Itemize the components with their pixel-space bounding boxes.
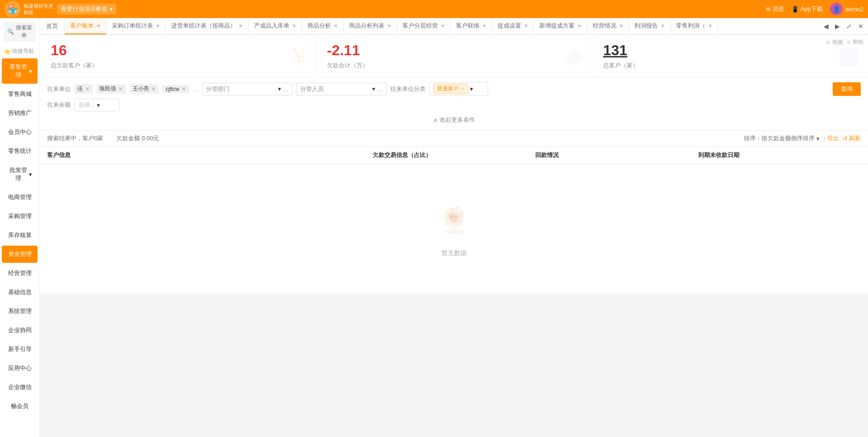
message-button[interactable]: ✉ 消息 (766, 5, 784, 13)
tab-expand-button[interactable]: ⤢ (844, 21, 854, 32)
company-selector[interactable]: 母婴行业演示帐套 ▾ (57, 4, 116, 14)
sort-selector[interactable]: 排序：按欠款金额倒序排序 ▾ (744, 134, 820, 142)
coin-bg-icon: ¥ (292, 40, 307, 71)
classification-select[interactable]: 普通客户 ✕ ▾ (429, 82, 488, 96)
export-button[interactable]: ↑ 导出 (823, 134, 839, 142)
collapse-button[interactable]: ∧ 收起更多条件 (433, 114, 475, 126)
tab-business-status[interactable]: 经营情况 ✕ (587, 18, 629, 34)
tab-customer-contact[interactable]: 客户联络 ✕ (451, 18, 492, 34)
close-icon[interactable]: ✕ (661, 23, 665, 29)
tab-purchase-stats[interactable]: 采购订单统计表 ✕ (106, 18, 166, 34)
sidebar-item-retail-stats[interactable]: 零售统计 (2, 142, 38, 160)
filter-bar: 往来单位 伍 ✕ 陈民强 ✕ 王小亮 ✕ (40, 77, 868, 131)
chevron-down-icon: ▾ (110, 6, 113, 13)
tab-nav-buttons: ◀ ▶ ⤢ ✕ (819, 21, 868, 32)
tab-close-all-button[interactable]: ✕ (855, 21, 866, 32)
sidebar-item-inventory[interactable]: 库存核算 (2, 227, 38, 244)
col-customer-info: 客户信息 (47, 151, 373, 159)
tab-prev-button[interactable]: ◀ (821, 21, 831, 32)
sidebar-item-base-info[interactable]: 基础信息 (2, 284, 38, 301)
tab-prompt-settings[interactable]: 提成设置 ✕ (492, 18, 534, 34)
tab-home[interactable]: 首页 (40, 19, 65, 34)
close-icon[interactable]: ✕ (524, 23, 528, 29)
top-bar: 🏪 畅捷通好生意 标版 母婴行业演示帐套 ▾ ✉ 消息 📱 App下载 👤 de… (0, 0, 868, 18)
sidebar-item-retail-mgmt[interactable]: 零售管理 ▾ (2, 58, 38, 84)
close-icon[interactable]: ✕ (156, 23, 160, 29)
sidebar-item-retail-mall[interactable]: 零售商城 (2, 86, 38, 103)
dept-select[interactable]: 分管部门 ▾ ... (202, 83, 293, 95)
sidebar-item-capital-mgmt[interactable]: 资金管理 (2, 246, 38, 263)
filter-tag-wang: 王小亮 ✕ (129, 84, 159, 94)
remove-classification[interactable]: ✕ (460, 86, 465, 92)
total-customers-value: 131 (603, 42, 857, 59)
sidebar-item-app-center[interactable]: 应用中心 (2, 360, 38, 377)
filter-tag-wu: 伍 ✕ (74, 84, 93, 94)
sidebar-item-vip-member[interactable]: 畅会员 (2, 398, 38, 415)
arrears-customers-value: 16 (51, 42, 305, 59)
remove-tag-chen[interactable]: ✕ (118, 86, 123, 92)
sidebar-search-area: 🔍 搜索菜单 (0, 18, 39, 45)
sidebar: 🔍 搜索菜单 ⭐ 快捷导航 零售管理 ▾ 零售商城 营销推广 会员中心 零售统计… (0, 18, 40, 437)
sidebar-item-new-guide[interactable]: 新手引导 (2, 341, 38, 358)
tab-profit-report[interactable]: 利润报告 ✕ (629, 18, 671, 34)
close-icon[interactable]: ✕ (619, 23, 623, 29)
sidebar-item-batch-mgmt[interactable]: 批发管理 ▾ (2, 162, 38, 187)
close-icon[interactable]: ✕ (292, 23, 296, 29)
tab-bar: 首页 客户账本 ✕ 采购订单统计表 ✕ 进货单统计表（按商品） ✕ 产成品入库单… (40, 18, 868, 35)
close-icon[interactable]: ✕ (239, 23, 243, 29)
tab-next-button[interactable]: ▶ (832, 21, 843, 32)
tab-inbound-stats[interactable]: 进货单统计表（按商品） ✕ (166, 18, 249, 34)
logo-text: 畅捷通好生意 标版 (24, 3, 53, 16)
quick-nav-button[interactable]: ⭐ 快捷导航 (0, 45, 39, 57)
total-customers-label: 总客户（家） (603, 62, 857, 70)
dept-more-icon: ... (283, 86, 288, 93)
person-more-icon: ... (377, 86, 383, 93)
close-icon[interactable]: ✕ (577, 23, 581, 29)
main-content-wrapper: 首页 客户账本 ✕ 采购订单统计表 ✕ 进货单统计表（按商品） ✕ 产成品入库单… (40, 18, 868, 437)
close-icon[interactable]: ✕ (482, 23, 486, 29)
remove-tag-wang[interactable]: ✕ (151, 86, 156, 92)
close-icon[interactable]: ✕ (96, 23, 101, 29)
refresh-button[interactable]: ↺ 刷新 (843, 134, 861, 142)
close-icon[interactable]: ✕ (387, 23, 391, 29)
query-button[interactable]: 查询 (833, 82, 861, 96)
sidebar-item-sys-mgmt[interactable]: 系统管理 (2, 303, 38, 320)
tab-retail-profit[interactable]: 零售利润（ ✕ (671, 18, 718, 34)
chevron-down-icon: ▾ (816, 135, 820, 142)
tab-new-scheme[interactable]: 新增提成方案 ✕ (534, 18, 587, 34)
sidebar-item-ops-mgmt[interactable]: 经营管理 (2, 265, 38, 282)
filter-tag-chen: 陈民强 ✕ (96, 84, 126, 94)
svg-point-6 (455, 215, 457, 218)
chevron-up-icon: ∧ (433, 117, 438, 124)
more-tags-button[interactable]: ... (193, 86, 198, 93)
close-icon[interactable]: ✕ (334, 23, 338, 29)
tab-production-inbound[interactable]: 产成品入库单 ✕ (249, 18, 302, 34)
message-icon: ✉ (766, 6, 771, 13)
sidebar-item-enterprise-wechat[interactable]: 企业微信 (2, 379, 38, 396)
remove-tag-wu[interactable]: ✕ (85, 86, 90, 92)
remove-tag-cjttcw[interactable]: ✕ (182, 86, 186, 92)
table-header: 客户信息 欠款交易信息（占比） 回款情况 到期未收款日期 (40, 147, 868, 165)
sidebar-item-member-center[interactable]: 会员中心 (2, 124, 38, 141)
person-select[interactable]: 分管人员 ▾ ... (296, 83, 387, 95)
refresh-icon: ↺ (843, 135, 848, 142)
sidebar-item-ecom-mgmt[interactable]: 电商管理 (2, 189, 38, 206)
top-bar-right: ✉ 消息 📱 App下载 👤 demo2 (766, 3, 863, 15)
close-icon[interactable]: ✕ (441, 23, 445, 29)
tab-product-analysis[interactable]: 商品分析 ✕ (302, 18, 344, 34)
app-download-button[interactable]: 📱 App下载 (791, 5, 823, 13)
col-arrears-info: 欠款交易信息（占比） (373, 151, 535, 159)
tab-customer-segment[interactable]: 客户分层经营 ✕ (397, 18, 451, 34)
app-layout: 🏪 畅捷通好生意 标版 母婴行业演示帐套 ▾ ✉ 消息 📱 App下载 👤 de… (0, 0, 868, 437)
star-icon: ⭐ (4, 48, 10, 55)
close-icon[interactable]: ✕ (708, 23, 712, 29)
tab-product-analysis-list[interactable]: 商品分析列表 ✕ (344, 18, 397, 34)
sidebar-item-enterprise-coop[interactable]: 企业协同 (2, 322, 38, 339)
user-avatar-area[interactable]: 👤 demo2 (830, 3, 863, 15)
balance-select[interactable]: 选择... ▾ (74, 99, 120, 111)
tab-customer-account[interactable]: 客户账本 ✕ (65, 18, 106, 34)
sidebar-item-purchase-mgmt[interactable]: 采购管理 (2, 208, 38, 225)
balance-label: 往来余额 (47, 101, 71, 109)
sidebar-item-marketing[interactable]: 营销推广 (2, 104, 38, 122)
search-menu-button[interactable]: 🔍 搜索菜单 (4, 22, 36, 42)
